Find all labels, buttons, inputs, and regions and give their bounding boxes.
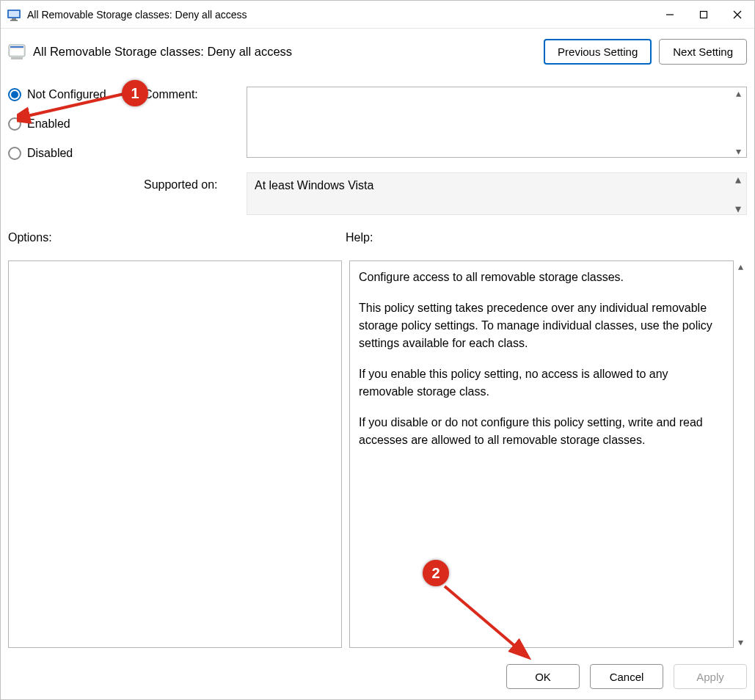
apply-button: Apply [674,664,747,689]
help-outer: Configure access to all removable storag… [349,260,747,648]
radio-icon [8,147,21,160]
panels: Configure access to all removable storag… [8,260,747,648]
help-scrollbar[interactable]: ▴ ▾ [734,260,747,648]
svg-line-9 [445,586,518,649]
comment-input[interactable]: ▴ ▾ [247,87,747,158]
svg-rect-13 [11,57,23,59]
help-paragraph: If you enable this policy setting, no ac… [359,365,724,401]
titlebar: All Removable Storage classes: Deny all … [1,1,754,29]
comment-scroll[interactable]: ▴ ▾ [732,87,745,157]
annotation-arrow-1 [17,87,134,124]
radio-label: Disabled [27,147,73,160]
annotation-badge-2: 2 [423,560,449,586]
annotation-arrow-2 [434,579,536,660]
meta-area: Comment: ▴ ▾ Supported on: At least Wind… [144,87,747,215]
window-title: All Removable Storage classes: Deny all … [27,9,247,21]
supported-on-box: At least Windows Vista ▴ ▾ [247,172,747,215]
maximize-button[interactable] [687,1,721,29]
previous-setting-button[interactable]: Previous Setting [544,39,652,65]
minimize-button[interactable] [653,1,687,29]
svg-rect-1 [9,11,19,17]
options-pane [8,260,342,648]
header-title: All Removable Storage classes: Deny all … [33,45,292,59]
svg-rect-5 [701,11,707,18]
app-icon [7,7,21,22]
policy-icon [8,43,27,62]
supported-label: Supported on: [144,158,247,215]
options-label: Options: [8,231,346,244]
help-paragraph: This policy setting takes precedence ove… [359,299,724,352]
comment-label: Comment: [144,87,247,158]
annotation-badge-1: 1 [122,80,148,106]
svg-rect-3 [10,20,18,21]
chevron-down-icon[interactable]: ▾ [732,203,745,214]
chevron-down-icon[interactable]: ▾ [738,636,743,648]
svg-rect-12 [10,49,23,55]
chevron-up-icon[interactable]: ▴ [732,87,745,99]
content-area: 1 2 All Removable Storage classes: Deny … [1,29,754,655]
svg-rect-2 [12,18,16,20]
help-paragraph: Configure access to all removable storag… [359,269,724,286]
svg-line-8 [24,93,127,117]
close-button[interactable] [721,1,754,29]
chevron-up-icon[interactable]: ▴ [738,260,743,272]
help-label: Help: [346,231,373,244]
next-setting-button[interactable]: Next Setting [659,39,747,65]
section-labels: Options: Help: [8,231,747,244]
help-pane: Configure access to all removable storag… [349,260,734,648]
chevron-down-icon[interactable]: ▾ [732,145,745,157]
footer: OK Cancel Apply [1,655,754,699]
cancel-button[interactable]: Cancel [590,664,663,689]
svg-rect-11 [10,46,23,48]
ok-button[interactable]: OK [506,664,580,689]
supported-on-text: At least Windows Vista [255,179,373,192]
chevron-up-icon[interactable]: ▴ [732,173,745,185]
supported-scroll[interactable]: ▴ ▾ [732,173,745,214]
help-paragraph: If you disable or do not configure this … [359,414,724,449]
policy-dialog-window: All Removable Storage classes: Deny all … [0,0,755,700]
radio-disabled[interactable]: Disabled [8,147,144,160]
header-row: All Removable Storage classes: Deny all … [8,39,747,65]
